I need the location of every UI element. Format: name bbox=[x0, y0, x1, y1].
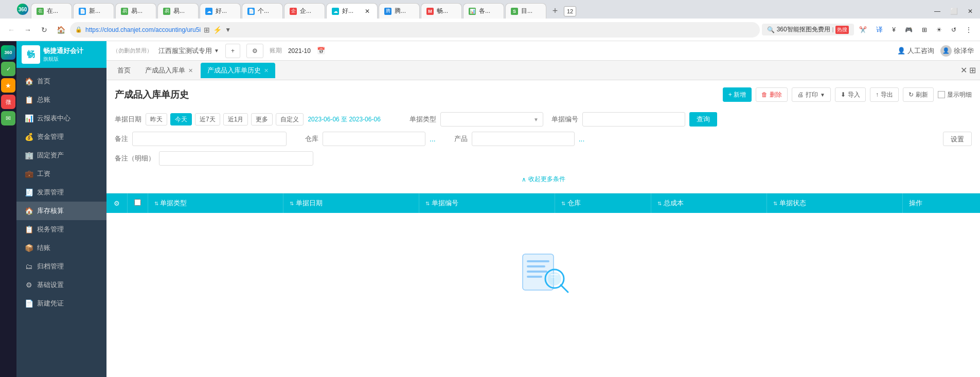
sidebar-item-payroll[interactable]: 💼 工资 bbox=[16, 165, 106, 183]
note-input[interactable] bbox=[132, 132, 287, 146]
add-org-button[interactable]: + bbox=[225, 44, 240, 58]
display-toggle[interactable]: 显示明细 bbox=[938, 91, 972, 99]
tab-畅[interactable]: M 畅... bbox=[421, 3, 462, 19]
tab-企[interactable]: 企 企... bbox=[284, 3, 325, 19]
th-number[interactable]: ⇅ 单据编号 bbox=[419, 193, 555, 213]
home-nav-button[interactable]: 🏠 bbox=[54, 23, 68, 37]
th-total-cost[interactable]: ⇅ 总成本 bbox=[651, 193, 767, 213]
product-dots[interactable]: ... bbox=[579, 135, 585, 143]
new-tab-button[interactable]: + bbox=[547, 3, 563, 19]
scissors-tool[interactable]: ✂️ bbox=[855, 23, 871, 37]
org-selector[interactable]: 江西服宝测试专用 ▼ bbox=[158, 46, 219, 56]
tab-目[interactable]: S 目... bbox=[505, 3, 546, 19]
sidebar-item-home[interactable]: 🏠 首页 bbox=[16, 72, 106, 91]
th-warehouse[interactable]: ⇅ 仓库 bbox=[555, 193, 651, 213]
delete-button[interactable]: 🗑 删除 bbox=[756, 87, 788, 102]
tab-易2[interactable]: 易 易... bbox=[157, 3, 199, 19]
date-range: 2023-06-06 至 2023-06-06 bbox=[308, 115, 380, 124]
settings-nav-tool[interactable]: ⋮ bbox=[961, 23, 976, 37]
star-icon[interactable]: ★ bbox=[1, 78, 15, 93]
tab-好1[interactable]: ☁ 好... bbox=[200, 3, 241, 19]
display-checkbox[interactable] bbox=[938, 91, 945, 98]
refresh-button[interactable]: ↻ 刷新 bbox=[903, 87, 934, 102]
weibo-icon[interactable]: 微 bbox=[1, 95, 15, 109]
address-bar[interactable]: 🔒 https://cloud.chanjet.com/accounting/u… bbox=[70, 22, 760, 38]
refresh-tool[interactable]: ↺ bbox=[947, 23, 960, 37]
collapse-more-button[interactable]: ∧ 收起更多条件 bbox=[115, 171, 972, 188]
type-select[interactable]: ▼ bbox=[440, 112, 543, 127]
game-tool[interactable]: 🎮 bbox=[901, 23, 917, 37]
query-button[interactable]: 查询 bbox=[689, 112, 717, 127]
product-input[interactable] bbox=[472, 132, 575, 146]
date-custom[interactable]: 自定义 bbox=[276, 113, 304, 125]
tab-各[interactable]: 📊 各... bbox=[463, 3, 504, 19]
settings-button[interactable]: 设置 bbox=[943, 132, 972, 146]
reload-button[interactable]: ↻ bbox=[37, 23, 51, 37]
detail-note-input[interactable] bbox=[159, 151, 313, 166]
theme-tool[interactable]: ☀ bbox=[932, 23, 946, 37]
number-input[interactable] bbox=[582, 112, 685, 127]
print-button[interactable]: 🖨 打印 ▼ bbox=[792, 87, 831, 102]
close-button[interactable]: ✕ bbox=[963, 6, 978, 16]
warehouse-input[interactable] bbox=[323, 132, 425, 146]
close-panel-button[interactable]: ✕ bbox=[960, 65, 967, 75]
apps-tool[interactable]: ⊞ bbox=[918, 23, 931, 37]
date-7days[interactable]: 近7天 bbox=[195, 113, 220, 125]
sidebar-item-general-ledger[interactable]: 📋 总账 bbox=[16, 91, 106, 109]
tab-新[interactable]: 📄 新... bbox=[73, 3, 114, 19]
minimize-button[interactable]: — bbox=[930, 6, 945, 16]
browser-window: 360 在 在... 📄 新... 易 易... 易 易... ☁ 好... 📄… bbox=[0, 0, 980, 377]
tab-好2-active[interactable]: ☁ 好... ✕ bbox=[326, 3, 378, 19]
back-button[interactable]: ← bbox=[4, 23, 19, 37]
360-icon[interactable]: 360 bbox=[1, 45, 15, 60]
sidebar-item-archive[interactable]: 🗂 归档管理 bbox=[16, 257, 106, 276]
export-button[interactable]: ↑ 导出 bbox=[870, 87, 899, 102]
sidebar-item-new-bill[interactable]: 📄 新建凭证 bbox=[16, 294, 106, 313]
tab-个[interactable]: 📄 个... bbox=[242, 3, 283, 19]
sidebar-item-reports[interactable]: 📊 云报表中心 bbox=[16, 109, 106, 128]
yuan-tool[interactable]: ¥ bbox=[888, 23, 900, 37]
date-1month[interactable]: 近1月 bbox=[223, 113, 248, 125]
calendar-icon[interactable]: 📅 bbox=[317, 47, 325, 55]
sidebar-item-basic-settings[interactable]: ⚙ 基础设置 bbox=[16, 276, 106, 294]
th-type[interactable]: ⇅ 单据类型 bbox=[148, 193, 283, 213]
th-status[interactable]: ⇅ 单据状态 bbox=[767, 193, 903, 213]
query-settings: 查询 bbox=[689, 112, 717, 127]
org-settings-button[interactable]: ⚙ bbox=[246, 44, 263, 58]
import-button[interactable]: ⬇ 导入 bbox=[835, 87, 866, 102]
warehouse-dots[interactable]: ... bbox=[430, 135, 436, 143]
tab-history-close[interactable]: ✕ bbox=[264, 67, 269, 74]
date-yesterday[interactable]: 昨天 bbox=[146, 113, 167, 125]
select-all-checkbox[interactable] bbox=[134, 199, 141, 206]
date-more[interactable]: 更多 bbox=[251, 113, 273, 125]
th-gear[interactable]: ⚙ bbox=[106, 193, 127, 213]
mail-icon[interactable]: ✉ bbox=[1, 111, 15, 125]
sidebar-item-closing[interactable]: 📦 结账 bbox=[16, 239, 106, 257]
maximize-button[interactable]: ⬜ bbox=[946, 6, 961, 16]
tab-home[interactable]: 首页 bbox=[111, 63, 137, 78]
th-date[interactable]: ⇅ 单据日期 bbox=[283, 193, 419, 213]
forward-button[interactable]: → bbox=[21, 23, 35, 37]
tab-腾[interactable]: 腾 腾... bbox=[379, 3, 420, 19]
tab-list[interactable]: 产成品入库单 ✕ bbox=[138, 63, 200, 78]
tab-history[interactable]: 产成品入库单历史 ✕ bbox=[201, 63, 275, 78]
sidebar-item-invoices[interactable]: 🧾 发票管理 bbox=[16, 183, 106, 202]
sidebar-item-fixed-assets[interactable]: 🏢 固定资产 bbox=[16, 146, 106, 165]
tab-list-close[interactable]: ✕ bbox=[188, 67, 193, 74]
date-today[interactable]: 今天 bbox=[170, 113, 192, 125]
sidebar-item-finance[interactable]: 💰 资金管理 bbox=[16, 128, 106, 146]
help-button[interactable]: 👤 人工咨询 bbox=[897, 46, 934, 56]
expand-button[interactable]: ⊞ bbox=[969, 65, 976, 75]
translate-tool[interactable]: 译 bbox=[872, 23, 887, 37]
new-button[interactable]: + 新增 bbox=[723, 87, 752, 102]
sidebar-item-inventory[interactable]: 🏠 库存核算 bbox=[16, 202, 106, 220]
sidebar-item-tax[interactable]: 📋 税务管理 bbox=[16, 220, 106, 239]
green-circle-icon[interactable]: ✓ bbox=[1, 62, 15, 76]
th-checkbox[interactable] bbox=[127, 193, 148, 213]
address-dropdown-icon[interactable]: ▼ bbox=[225, 26, 231, 33]
tab-title-各: 各... bbox=[479, 7, 498, 15]
tab-易1[interactable]: 易 易... bbox=[115, 3, 156, 19]
tab-close-好2[interactable]: ✕ bbox=[363, 7, 372, 16]
user-info[interactable]: 👤 徐泽华 bbox=[940, 45, 974, 57]
tab-在[interactable]: 在 在... bbox=[31, 3, 72, 19]
